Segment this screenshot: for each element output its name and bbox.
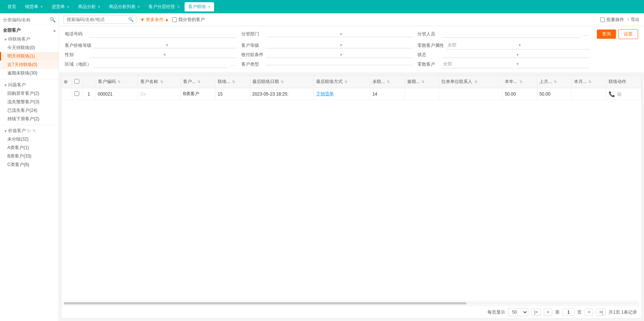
th-this-month: 本月... ⇅: [572, 76, 606, 88]
nav-product-analysis-list[interactable]: 商品分析列表 ×: [105, 2, 144, 11]
sidebar-item-churned[interactable]: 已流失客户(24): [0, 106, 59, 115]
table-header-row: ⚙ 客户编码 ⇅ 客户名称 ⇅: [62, 76, 641, 88]
horizontal-scrollbar[interactable]: [64, 302, 639, 305]
sidebar-item-today[interactable]: 今天待联络(0): [0, 44, 59, 52]
close-icon[interactable]: ×: [138, 5, 140, 9]
prev-page-btn[interactable]: <: [544, 308, 552, 316]
action-icons: 📞 ⊞: [609, 91, 639, 97]
sort-icon[interactable]: ⇅: [554, 80, 557, 84]
sort-icon[interactable]: ⇅: [588, 80, 591, 84]
per-page-select[interactable]: 50 100 200: [508, 308, 528, 316]
close-icon[interactable]: ×: [177, 5, 179, 9]
nav-sales-order[interactable]: 销货单 ×: [21, 2, 46, 11]
sort-icon[interactable]: ⇅: [281, 80, 284, 84]
row-checkbox[interactable]: [74, 91, 79, 96]
sidebar-item-tomorrow[interactable]: 明天待联络(1): [0, 52, 59, 61]
chevron-down-icon: ▼: [339, 43, 412, 47]
filter-icon: ▼: [140, 17, 145, 23]
manager-ellipsis[interactable]: …: [582, 31, 589, 38]
sort-icon[interactable]: ⇅: [118, 80, 120, 84]
more-conditions-btn[interactable]: ▼ 更多条件 ▲: [140, 17, 169, 23]
first-page-btn[interactable]: |<: [531, 308, 541, 316]
triangle-icon: ▾: [4, 128, 7, 134]
sort-icon[interactable]: ⇅: [519, 80, 522, 84]
sidebar-item-repurchase[interactable]: 回购异常客户(2): [0, 89, 59, 98]
customer-value-select[interactable]: ▼: [94, 42, 237, 48]
sort-icon[interactable]: ⇅: [344, 80, 347, 84]
bulk-ops-btn[interactable]: 批量操作: [600, 17, 624, 23]
sort-icon[interactable]: ⇅: [475, 80, 477, 84]
settings-icon[interactable]: ⚙: [64, 79, 68, 84]
phone-action-icon[interactable]: 📞: [609, 91, 615, 97]
region-input[interactable]: [94, 61, 227, 68]
th-contact: 联络... ⇅: [215, 76, 250, 88]
close-icon[interactable]: ×: [98, 5, 100, 9]
customer-type-select[interactable]: [266, 63, 413, 65]
sidebar-item-overdue[interactable]: 逾期未联络(30): [0, 69, 59, 77]
search-icon[interactable]: 🔍: [128, 17, 134, 22]
th-this-year: 本年... ⇅: [503, 76, 537, 88]
th-last-month: 上月... ⇅: [537, 76, 572, 88]
sidebar-search-input[interactable]: [3, 17, 50, 23]
filter-row-3: 性别 ▼ 收付款条件 ▼ 状态: [65, 52, 638, 58]
edit-icon[interactable]: ✎: [32, 128, 36, 134]
dept-select[interactable]: ▼: [266, 31, 413, 37]
problem-customers-group[interactable]: ▾ 问题客户: [0, 81, 59, 89]
th-index: [82, 76, 95, 88]
my-customers-checkbox[interactable]: [172, 17, 177, 22]
sidebar-item-week[interactable]: 近7天待联络(0): [0, 61, 59, 69]
sidebar-item-drop[interactable]: 持续下滑客户(2): [0, 115, 59, 123]
sidebar-item-ungrouped[interactable]: 未分组(32): [0, 135, 59, 144]
grid-action-icon[interactable]: ⊞: [617, 91, 622, 97]
next-page-btn[interactable]: >: [585, 308, 593, 316]
manager-label: 分管人员: [417, 31, 440, 37]
sort-icon[interactable]: ⇅: [197, 80, 200, 84]
close-icon[interactable]: ×: [208, 5, 210, 9]
pending-contact-group[interactable]: ▾ 待联络客户: [0, 35, 59, 44]
page-input[interactable]: [563, 308, 574, 316]
retail-customer-select[interactable]: 全部 ▼: [442, 60, 589, 68]
settings-button[interactable]: 设置: [618, 29, 638, 39]
value-customers-group[interactable]: ▾ 价值客户 ↻ ✎: [0, 127, 59, 135]
sort-icon[interactable]: ⇅: [232, 80, 235, 84]
nav-customer-tier[interactable]: 客户分层经营 ×: [145, 2, 183, 11]
td-last-contact-method[interactable]: 下销货单: [314, 88, 370, 100]
close-icon[interactable]: ×: [67, 5, 69, 9]
sort-icon[interactable]: ⇅: [387, 80, 390, 84]
nav-customer-contact[interactable]: 客户联络 ×: [185, 2, 214, 11]
main-layout: 🔍 全部客户 « ▾ 待联络客户 今天待联络(0) 明天待联络(1) 近7天待联…: [0, 13, 644, 321]
last-page-btn[interactable]: >|: [596, 308, 606, 316]
table-footer: 每页显示 50 100 200 |< < 第 页 > >| 共1页 1条记录: [62, 306, 641, 318]
sort-icon[interactable]: ⇅: [421, 80, 424, 84]
status-select[interactable]: ▼: [442, 52, 589, 58]
region-ellipsis[interactable]: …: [230, 61, 237, 68]
sidebar-item-class-c[interactable]: C类客户(6): [0, 160, 59, 169]
td-name: Ea: [138, 88, 181, 100]
nav-product-analysis[interactable]: 商品分析 ×: [74, 2, 104, 11]
query-button[interactable]: 查询: [597, 30, 616, 39]
payment-select[interactable]: ▼: [266, 52, 413, 58]
select-all-checkbox[interactable]: [74, 79, 79, 84]
sidebar-item-class-a[interactable]: A类客户(1): [0, 144, 59, 152]
sidebar-item-class-b[interactable]: B类客户(33): [0, 152, 59, 160]
nav-home[interactable]: 首页: [4, 2, 20, 11]
export-btn[interactable]: ↑ 导出: [627, 17, 640, 23]
nav-purchase-order[interactable]: 进货单 ×: [48, 2, 73, 11]
gender-select[interactable]: ▼: [89, 52, 237, 58]
refresh-icon[interactable]: ↻: [27, 128, 31, 134]
phone-input[interactable]: [89, 31, 237, 38]
sidebar-item-lost-warning[interactable]: 流失预警客户(3): [0, 98, 59, 106]
page-end-label: 页: [577, 309, 582, 315]
export-icon: ↑: [627, 17, 629, 22]
close-icon[interactable]: ×: [41, 5, 43, 9]
my-customers-toggle[interactable]: 我分管的客户: [172, 17, 205, 23]
bulk-ops-checkbox[interactable]: [600, 17, 605, 22]
search-input[interactable]: [67, 17, 127, 22]
manager-input[interactable]: [442, 31, 580, 38]
all-customers-header[interactable]: 全部客户 «: [0, 26, 59, 35]
td-this-month: [572, 88, 606, 100]
sort-icon[interactable]: ⇅: [160, 80, 163, 84]
retail-attr-select[interactable]: 全部 ▼: [446, 41, 589, 49]
customer-grade-select[interactable]: ▼: [266, 42, 413, 48]
th-customer-name: 客户名称 ⇅: [138, 76, 181, 88]
